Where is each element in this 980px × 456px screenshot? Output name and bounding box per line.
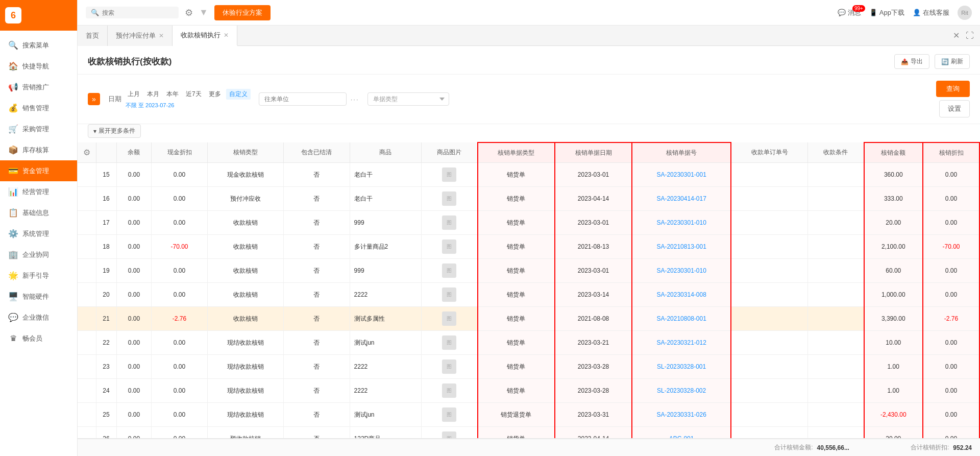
filter-bar: » 日期 上月 本月 本年 近7天 更多 自定义 不限 至 2023-07-26 <box>78 75 980 124</box>
bill-type-group: 单据类型 <box>368 92 449 106</box>
filter-toggle-button[interactable]: » <box>88 93 100 105</box>
main-table: ⚙ 余额 现金折扣 核销类型 包含已结清 商品 商品图片 核销单据类型 核销单据… <box>78 142 980 438</box>
cell-write-off-type-17: 收款核销 <box>207 211 284 235</box>
cell-write-off-type-19: 收款核销 <box>207 259 284 283</box>
sidebar-item-basic[interactable]: 📋 基础信息 <box>0 202 77 223</box>
cell-bill-date-25: 2023-03-31 <box>555 403 632 427</box>
expand-more-button[interactable]: ▾ 展开更多条件 <box>88 124 141 138</box>
cell-bill-date-17: 2023-03-01 <box>555 211 632 235</box>
cell-bill-no-22: SA-20230321-012 <box>632 331 731 355</box>
date-btn-custom[interactable]: 自定义 <box>226 89 251 100</box>
message-button[interactable]: 💬 消息 99+ <box>838 8 861 17</box>
cell-cash-discount-22: 0.00 <box>152 331 207 355</box>
content-area: 收款核销执行(按收款) 📤 导出 🔄 刷新 » 日期 上月 <box>78 46 980 456</box>
refresh-button[interactable]: 🔄 刷新 <box>935 54 970 69</box>
bill-no-link-25[interactable]: SA-20230331-026 <box>656 411 706 418</box>
cell-gear-24 <box>78 379 96 403</box>
marketing-icon: 📢 <box>8 82 18 92</box>
cell-balance-21: 0.00 <box>116 307 152 331</box>
cell-receipt-order-no-17 <box>731 211 807 235</box>
cell-seq-23: 23 <box>96 355 116 379</box>
bill-no-link-21[interactable]: SA-20210808-001 <box>656 315 706 322</box>
tab-home[interactable]: 首页 <box>78 26 108 46</box>
bill-no-link-22[interactable]: SA-20230321-012 <box>656 339 706 346</box>
cell-write-off-amount-24: 1.00 <box>864 379 923 403</box>
cell-write-off-discount-22: 0.00 <box>923 331 979 355</box>
sidebar-item-quick[interactable]: 🏠 快捷导航 <box>0 56 77 77</box>
date-btn-7days[interactable]: 近7天 <box>184 89 204 100</box>
bill-no-link-20[interactable]: SA-20230314-008 <box>656 291 706 298</box>
sidebar-item-hardware[interactable]: 🖥️ 智能硬件 <box>0 286 77 307</box>
sidebar-item-guide[interactable]: 🌟 新手引导 <box>0 265 77 286</box>
bill-no-link-23[interactable]: SL-20230328-001 <box>657 363 706 370</box>
cell-cash-discount-25: 0.00 <box>152 403 207 427</box>
th-goods: 商品 <box>350 142 422 163</box>
bill-type-select[interactable]: 单据类型 <box>368 92 449 106</box>
tab-prepay[interactable]: 预付冲应付单 ✕ <box>108 26 173 46</box>
sidebar-item-finance[interactable]: 💳 资金管理 <box>0 160 77 181</box>
topbar-settings-icon[interactable]: ⚙ <box>185 7 193 18</box>
cell-bill-type-15: 销货单 <box>478 163 555 187</box>
table-settings-icon[interactable]: ⚙ <box>83 148 90 157</box>
topbar-search-input[interactable] <box>102 9 174 16</box>
cell-balance-22: 0.00 <box>116 331 152 355</box>
sidebar-item-purchase[interactable]: 🛒 采购管理 <box>0 118 77 139</box>
cell-bill-type-16: 销货单 <box>478 187 555 211</box>
topbar-search-box[interactable]: 🔍 <box>86 7 179 18</box>
th-settings[interactable]: ⚙ <box>78 142 96 163</box>
date-btn-this-year[interactable]: 本年 <box>164 89 181 100</box>
sidebar-item-marketing[interactable]: 📢 营销推广 <box>0 77 77 98</box>
setting-button[interactable]: 设置 <box>939 100 970 117</box>
sidebar-item-ops[interactable]: 📊 经营管理 <box>0 181 77 202</box>
cell-gear-21 <box>78 307 96 331</box>
from-unit-dots[interactable]: ··· <box>351 95 359 103</box>
cell-bill-type-18: 销货单 <box>478 235 555 259</box>
bill-no-link-19[interactable]: SA-20230301-010 <box>656 267 706 274</box>
cell-goods-img-24: 图 <box>422 379 478 403</box>
table-container[interactable]: ⚙ 余额 现金折扣 核销类型 包含已结清 商品 商品图片 核销单据类型 核销单据… <box>78 142 980 438</box>
cell-goods-21: 测试多属性 <box>350 307 422 331</box>
cell-bill-no-21: SA-20210808-001 <box>632 307 731 331</box>
sidebar-item-search[interactable]: 🔍 搜索菜单 <box>0 35 77 56</box>
bill-no-link-24[interactable]: SL-20230328-002 <box>657 387 706 394</box>
sidebar-item-wechat[interactable]: 💬 企业微信 <box>0 307 77 328</box>
th-seq <box>96 142 116 163</box>
date-btn-this-month[interactable]: 本月 <box>145 89 161 100</box>
cell-gear-15 <box>78 163 96 187</box>
cell-receipt-order-no-24 <box>731 379 807 403</box>
tab-receipt-label: 收款核销执行 <box>181 31 220 40</box>
tab-receipt[interactable]: 收款核销执行 ✕ <box>173 26 237 46</box>
online-service-button[interactable]: 👤 在线客服 <box>913 8 949 17</box>
user-avatar[interactable]: Rit <box>958 6 972 20</box>
sidebar-item-member[interactable]: ♛ 畅会员 <box>0 328 77 349</box>
solution-button[interactable]: 休验行业方案 <box>214 5 271 20</box>
cell-seq-24: 24 <box>96 379 116 403</box>
cell-goods-17: 999 <box>350 211 422 235</box>
cell-write-off-discount-25: 0.00 <box>923 403 979 427</box>
cell-balance-25: 0.00 <box>116 403 152 427</box>
sidebar-item-stock[interactable]: 📦 库存核算 <box>0 139 77 160</box>
date-btn-last-month[interactable]: 上月 <box>126 89 142 100</box>
close-window-icon[interactable]: ✕ <box>953 31 960 40</box>
cell-seq-15: 15 <box>96 163 116 187</box>
from-unit-input[interactable] <box>259 92 347 106</box>
bill-no-link-16[interactable]: SA-20230414-017 <box>656 195 706 202</box>
app-download-button[interactable]: 📱 App下载 <box>869 8 904 17</box>
maximize-icon[interactable]: ⛶ <box>966 31 974 40</box>
tab-prepay-close[interactable]: ✕ <box>159 32 164 39</box>
sidebar-item-sales[interactable]: 💰 销售管理 <box>0 98 77 118</box>
bill-no-link-15[interactable]: SA-20230301-001 <box>656 171 706 178</box>
bill-no-link-18[interactable]: SA-20210813-001 <box>656 243 706 250</box>
query-button[interactable]: 查询 <box>936 81 970 97</box>
th-receipt-condition: 收款条件 <box>807 142 864 163</box>
export-button[interactable]: 📤 导出 <box>894 54 929 69</box>
cell-include-settled-16: 否 <box>284 187 350 211</box>
cell-include-settled-20: 否 <box>284 283 350 307</box>
sidebar-item-corp[interactable]: 🏢 企业协同 <box>0 244 77 265</box>
tab-receipt-close[interactable]: ✕ <box>224 32 229 39</box>
sidebar-item-label: 经营管理 <box>22 187 49 197</box>
bill-no-link-17[interactable]: SA-20230301-010 <box>656 219 706 226</box>
date-btn-more[interactable]: 更多 <box>207 89 223 100</box>
date-options-group: 上月 本月 本年 近7天 更多 自定义 不限 至 2023-07-26 <box>126 89 251 109</box>
search-icon: 🔍 <box>8 40 18 50</box>
